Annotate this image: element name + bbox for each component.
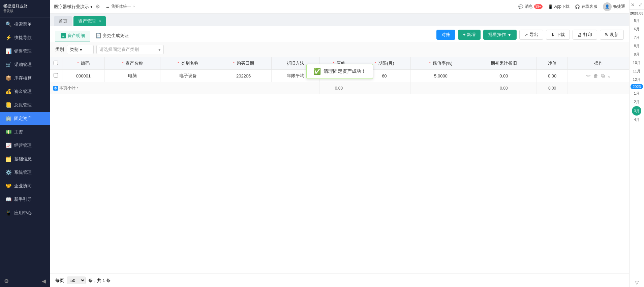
current-year-label: 2023 xyxy=(631,84,643,89)
rate-required-star: * xyxy=(429,61,431,66)
settings-icon[interactable]: ⚙ xyxy=(4,278,9,284)
panel-scroll-down-icon[interactable]: ▽ xyxy=(635,280,639,285)
sidebar-item-system[interactable]: ⚙️系统管理 xyxy=(0,166,50,179)
month-item[interactable]: 4月 xyxy=(631,116,643,124)
edit-icon[interactable]: ✏ xyxy=(586,73,591,79)
company-selector[interactable]: 医疗器械行业演示 ▾ xyxy=(54,4,93,10)
table-header-initial-accumulated: 期初累计折旧 xyxy=(471,57,536,70)
category-required-star: * xyxy=(178,61,179,66)
toast-message: 清理固定资产成功！ xyxy=(324,68,366,74)
sidebar-icon-appstore: 📱 xyxy=(5,210,11,216)
sub-tab-change-voucher[interactable]: 📄 变更生成凭证 xyxy=(90,31,134,41)
sidebar-icon-search: 🔍 xyxy=(5,21,11,27)
sidebar-item-quicknav[interactable]: ⚡快捷导航 xyxy=(0,31,50,44)
table-header-category: * 类别名称 xyxy=(160,57,216,70)
settings-gear-icon[interactable]: ⚙ xyxy=(95,3,100,10)
subtotal-actions xyxy=(568,82,629,94)
subtotal-label-cell: 本 本页小计： xyxy=(50,82,320,94)
message-item[interactable]: 💬 消息 99+ xyxy=(518,4,543,9)
copy-icon[interactable]: ⧉ xyxy=(601,73,605,79)
category-placeholder: 请选择固定资产类别 xyxy=(99,46,139,53)
table-header-code: * 编码 xyxy=(62,57,105,70)
sidebar-item-operations[interactable]: 📈经营管理 xyxy=(0,139,50,152)
add-button[interactable]: + 新增 xyxy=(458,30,481,40)
per-page-select[interactable]: 50 100 200 xyxy=(67,277,86,284)
export-button[interactable]: ↗ 导出 xyxy=(519,30,543,40)
subtotal-row: 本 本页小计： 0.00 0.00 0.00 xyxy=(50,82,629,94)
table-wrap: ✅ 清理固定资产成功！ * 编码 * 资产 xyxy=(50,57,629,274)
app-icon: 📱 xyxy=(548,4,553,9)
user-item[interactable]: 👤 畅捷通 xyxy=(603,2,625,11)
user-name: 畅捷通 xyxy=(613,4,625,9)
sidebar-item-ledger[interactable]: 📒总账管理 xyxy=(0,98,50,112)
sidebar-item-salary[interactable]: 💵工资 xyxy=(0,125,50,139)
sidebar-icon-guide: 📖 xyxy=(5,196,11,202)
panel-expand-icon[interactable]: ⤢ xyxy=(639,2,643,7)
sidebar-item-inventory[interactable]: 📦库存核算 xyxy=(0,71,50,85)
month-item[interactable]: 7月 xyxy=(631,33,643,42)
download-button[interactable]: ⬇ 下载 xyxy=(546,30,570,40)
avatar: 👤 xyxy=(603,2,612,11)
sidebar-item-basic[interactable]: 🗂️基础信息 xyxy=(0,152,50,166)
app-download-label: App下载 xyxy=(554,4,570,9)
sidebar-item-purchase[interactable]: 🛒采购管理 xyxy=(0,58,50,71)
sub-tab-asset-detail[interactable]: ≡ 资产明细 xyxy=(55,31,90,41)
sidebar-item-appstore[interactable]: 📱应用中心 xyxy=(0,206,50,220)
month-item[interactable]: 1月 xyxy=(631,89,643,98)
more-icon[interactable]: ⬦ xyxy=(608,73,611,79)
sidebar: 畅捷通好业财 普及版 🔍搜索菜单⚡快捷导航📊销售管理🛒采购管理📦库存核算💰资金管… xyxy=(0,0,50,287)
sidebar-icon-capital: 💰 xyxy=(5,89,11,95)
success-toast: ✅ 清理固定资产成功！ xyxy=(306,64,373,79)
tab-close-icon[interactable]: × xyxy=(99,19,101,23)
row-checkbox[interactable] xyxy=(54,73,58,77)
subtotal-original-value: 0.00 xyxy=(320,82,358,94)
row-code: 000001 xyxy=(62,70,105,82)
month-item[interactable]: 10月 xyxy=(631,59,643,67)
tab-home[interactable]: 首页 xyxy=(54,16,72,26)
month-scroll: 5月6月7月8月9月10月11月12月20231月2月3月4月 xyxy=(630,17,644,278)
topbar-right: 💬 消息 99+ 📱 App下载 🎧 在线客服 👤 畅捷通 xyxy=(518,2,625,11)
experience-bar[interactable]: ☁ 我要体验一下 xyxy=(105,4,135,9)
month-item[interactable]: 6月 xyxy=(631,25,643,33)
period-required-star: * xyxy=(374,61,376,66)
sidebar-label-salary: 工资 xyxy=(14,129,23,135)
per-page-label: 每页 xyxy=(55,278,64,284)
category-input[interactable]: 请选择固定资产类别 ▾ xyxy=(96,45,164,54)
refresh-button[interactable]: ↻ 刷新 xyxy=(600,30,624,40)
refresh-icon: ↻ xyxy=(605,32,609,37)
sidebar-item-search[interactable]: 🔍搜索菜单 xyxy=(0,18,50,31)
month-item[interactable]: 8月 xyxy=(631,42,643,50)
app-download-item[interactable]: 📱 App下载 xyxy=(548,4,570,9)
category-default-select[interactable]: 类别 ▾ xyxy=(67,45,94,54)
reconcile-button[interactable]: 对账 xyxy=(436,30,455,40)
select-all-checkbox[interactable] xyxy=(54,61,58,65)
panel-close-icon[interactable]: ✕ xyxy=(631,2,635,7)
sidebar-item-capital[interactable]: 💰资金管理 xyxy=(0,85,50,98)
delete-icon[interactable]: 🗑 xyxy=(593,73,599,79)
month-item[interactable]: 11月 xyxy=(631,67,643,75)
print-icon: 🖨 xyxy=(578,32,582,37)
category-default-arrow: ▾ xyxy=(80,47,82,52)
download-icon: ⬇ xyxy=(551,32,555,37)
sidebar-item-coop[interactable]: 🤝企业协同 xyxy=(0,179,50,193)
print-button[interactable]: 🖨 打印 xyxy=(573,30,597,40)
row-category: 电子设备 xyxy=(160,70,216,82)
month-item[interactable]: 9月 xyxy=(631,50,643,59)
collapse-icon[interactable]: ◀ xyxy=(42,278,46,284)
subtotal-text: 本页小计： xyxy=(59,85,80,91)
sidebar-icon-salary: 💵 xyxy=(5,129,11,135)
panel-bottom: ▽ xyxy=(634,278,640,287)
row-net-value: 0.00 xyxy=(536,70,568,82)
batch-button[interactable]: 批量操作 ▼ xyxy=(483,30,517,40)
tab-asset-management[interactable]: 资产管理 × xyxy=(73,16,106,26)
sidebar-item-sales[interactable]: 📊销售管理 xyxy=(0,44,50,58)
month-item[interactable]: 3月 xyxy=(632,106,641,116)
month-item[interactable]: 12月 xyxy=(631,75,643,84)
sidebar-item-fixed[interactable]: 🏢固定资产 xyxy=(0,112,50,125)
customer-service-item[interactable]: 🎧 在线客服 xyxy=(575,4,597,9)
content-area: ≡ 资产明细 📄 变更生成凭证 对账 + 新增 批量操作 ▼ xyxy=(50,26,629,287)
sidebar-item-guide[interactable]: 📖新手引导 xyxy=(0,193,50,206)
month-item[interactable]: 2月 xyxy=(631,98,643,106)
company-name: 医疗器械行业演示 xyxy=(54,4,89,10)
month-item[interactable]: 5月 xyxy=(631,17,643,25)
